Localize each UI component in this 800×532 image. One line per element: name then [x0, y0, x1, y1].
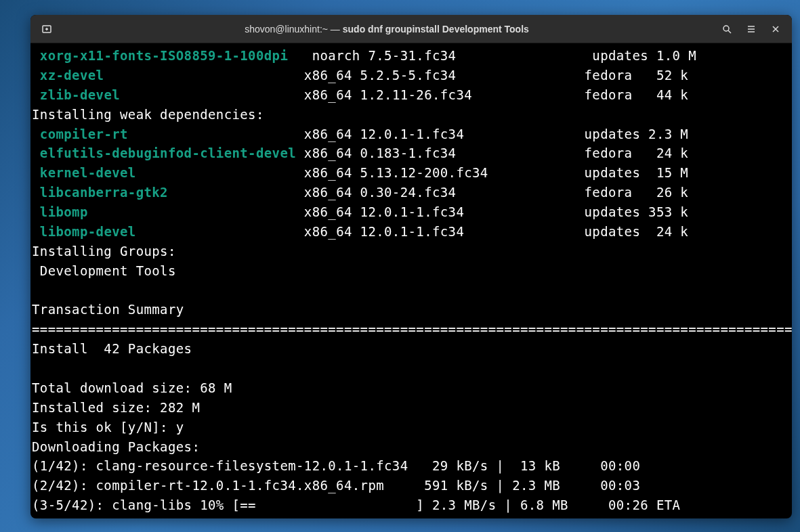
title-cmd: sudo dnf groupinstall Development Tools — [343, 24, 529, 35]
package-name: xorg-x11-fonts-ISO8859-1-100dpi — [40, 48, 288, 63]
package-name: zlib-devel — [40, 87, 120, 102]
installed-size: Installed size: 282 M — [32, 398, 791, 418]
close-button[interactable] — [765, 18, 786, 40]
package-name: elfutils-debuginfod-client-devel — [40, 146, 296, 160]
window-title: shovon@linuxhint:~ — sudo dnf groupinsta… — [58, 24, 716, 35]
title-sep: — — [328, 24, 343, 35]
package-name: xz-devel — [40, 68, 104, 83]
downloading-header: Downloading Packages: — [32, 437, 791, 457]
titlebar: shovon@linuxhint:~ — sudo dnf groupinsta… — [30, 15, 792, 43]
groups-header: Installing Groups: — [32, 242, 791, 261]
package-name: kernel-devel — [40, 165, 136, 180]
confirm-prompt: Is this ok [y/N]: y — [32, 418, 791, 437]
terminal-output[interactable]: xorg-x11-fonts-ISO8859-1-100dpi noarch 7… — [30, 43, 792, 518]
terminal-window: shovon@linuxhint:~ — sudo dnf groupinsta… — [30, 15, 792, 518]
package-name: libomp-devel — [40, 224, 136, 239]
new-tab-button[interactable] — [36, 18, 58, 40]
install-count: Install 42 Packages — [32, 339, 791, 359]
package-name: libomp — [40, 204, 88, 219]
summary-divider: ========================================… — [32, 319, 791, 339]
svg-line-4 — [728, 30, 731, 33]
search-button[interactable] — [716, 18, 738, 40]
group-name: Development Tools — [32, 261, 791, 281]
package-name: libcanberra-gtk2 — [40, 185, 168, 200]
menu-button[interactable] — [740, 18, 762, 40]
download-size: Total download size: 68 M — [32, 378, 791, 398]
title-user: shovon@linuxhint:~ — [245, 24, 328, 35]
weak-deps-header: Installing weak dependencies: — [32, 105, 791, 125]
svg-point-3 — [723, 26, 729, 31]
package-name: compiler-rt — [40, 127, 128, 141]
transaction-summary-header: Transaction Summary — [32, 300, 791, 319]
